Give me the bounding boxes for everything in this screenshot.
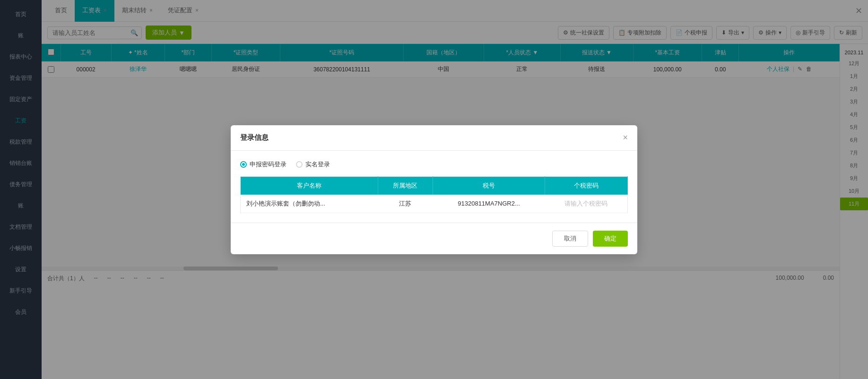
tax-password-placeholder: 请输入个税密码	[564, 200, 608, 207]
radio-dot-report-pw	[240, 161, 247, 168]
dialog-footer: 取消 确定	[231, 223, 637, 254]
dialog-close-btn[interactable]: ×	[623, 133, 628, 143]
login-table-row: 刘小艳演示账套（勿删勿动... 江苏 91320811MA7NGR2... 请输…	[241, 195, 628, 213]
login-dialog: 登录信息 × 申报密码登录 实名登录 客户名称	[231, 125, 637, 254]
tax-password-cell: 请输入个税密码	[545, 195, 627, 213]
radio-dot-real-name	[296, 161, 303, 168]
modal-overlay: 登录信息 × 申报密码登录 实名登录 客户名称	[0, 0, 868, 379]
col-region: 所属地区	[378, 176, 433, 195]
radio-report-pw[interactable]: 申报密码登录	[240, 160, 286, 169]
col-client-name: 客户名称	[241, 176, 378, 195]
col-tax-no: 税号	[433, 176, 545, 195]
dialog-header: 登录信息 ×	[231, 125, 637, 151]
tax-no-cell: 91320811MA7NGR2...	[433, 195, 545, 213]
cancel-button[interactable]: 取消	[552, 231, 588, 247]
col-tax-pw: 个税密码	[545, 176, 627, 195]
login-type-radio-group: 申报密码登录 实名登录	[240, 160, 628, 169]
dialog-title: 登录信息	[240, 133, 269, 142]
login-info-table: 客户名称 所属地区 税号 个税密码 刘小艳演示账套（勿删勿动... 江苏 913…	[240, 176, 628, 213]
dialog-body: 申报密码登录 实名登录 客户名称 所属地区 税号 个税密码	[231, 151, 637, 223]
confirm-button[interactable]: 确定	[593, 231, 628, 247]
client-name-cell: 刘小艳演示账套（勿删勿动...	[241, 195, 378, 213]
radio-real-name[interactable]: 实名登录	[296, 160, 330, 169]
region-cell: 江苏	[378, 195, 433, 213]
